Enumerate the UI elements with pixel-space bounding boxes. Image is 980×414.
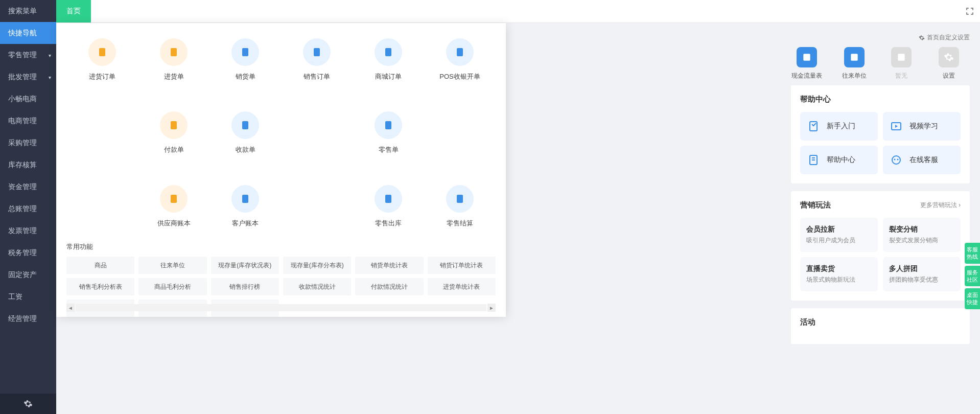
help-label: 新手入门 [827,122,855,131]
sidebar-item[interactable]: 资金管理 [0,176,56,198]
sidebar-item[interactable]: 搜索菜单 [0,0,56,22]
float-side-button[interactable]: 服务社区 [965,266,980,287]
svg-rect-19 [385,121,391,129]
help-icon [806,153,821,167]
sidebar-item[interactable]: 固定资产 [0,264,56,286]
shortcut-icon [797,47,817,67]
promo-card[interactable]: 裂变分销裂变式发展分销商 [883,218,961,252]
flow-node[interactable]: 进货订单 [66,38,138,94]
flow-node-label: 进货单 [138,72,209,81]
sidebar-item[interactable]: 工资 [0,286,56,308]
float-side-button[interactable]: 客服热线 [965,243,980,264]
common-function-button[interactable]: 收款情况统计 [283,278,351,295]
scroll-left-icon[interactable]: ◄ [66,304,75,312]
svg-rect-16 [457,48,463,56]
promo-subtitle: 场景式购物新玩法 [806,275,872,284]
sidebar-item[interactable]: 采购管理 [0,132,56,154]
quick-nav-flyout: 进货订单进货单销货单销售订单商城订单POS收银开单付款单收款单零售单供应商账本客… [56,23,506,317]
quick-shortcut[interactable]: 往来单位 [838,47,871,80]
help-icon [889,119,903,133]
help-label: 在线客服 [909,155,938,165]
sidebar-item[interactable]: 库存核算 [0,154,56,176]
flow-node-icon [231,38,259,66]
flow-node[interactable]: 商城订单 [353,38,424,94]
sidebar-item[interactable]: 总账管理 [0,198,56,220]
common-function-button[interactable]: 现存量(库存状况表) [211,257,279,274]
gear-icon [919,35,925,41]
flow-node[interactable]: 收款单 [209,111,281,167]
help-card[interactable]: 帮助中心 [800,146,878,174]
svg-rect-0 [804,54,810,60]
scroll-track[interactable] [76,304,486,311]
flow-node-label: 收款单 [209,145,281,154]
flow-node[interactable]: 零售单 [353,111,424,167]
common-function-button[interactable]: 付款情况统计 [355,278,423,295]
flow-node-label: 付款单 [138,145,209,154]
quick-shortcut[interactable]: 现金流量表 [791,47,823,80]
promo-card[interactable]: 会员拉新吸引用户成为会员 [800,218,878,252]
sidebar-item[interactable]: 快捷导航 [0,22,56,44]
tab-home[interactable]: 首页 [56,0,91,22]
sidebar-item[interactable]: 电商管理 [0,110,56,132]
promo-title: 裂变分销 [889,225,954,234]
flow-node[interactable]: 付款单 [138,111,209,167]
promo-panel-title: 营销玩法 [800,200,831,210]
flow-node-icon [446,38,474,66]
fullscreen-button[interactable] [960,0,980,22]
help-card[interactable]: 在线客服 [883,146,961,174]
shortcut-label: 往来单位 [838,72,871,80]
activity-panel-title: 活动 [800,317,961,327]
flow-node-icon [375,185,402,213]
float-side-button[interactable]: 桌面快捷 [965,288,980,309]
help-card[interactable]: 新手入门 [800,112,878,141]
flow-node[interactable]: 零售结算 [424,185,496,240]
common-function-button[interactable]: 现存量(库存分布表) [283,257,351,274]
flow-node-label: 零售结算 [424,219,496,228]
flow-node-icon [88,38,116,66]
sidebar-item[interactable]: 税务管理 [0,242,56,264]
sidebar-item[interactable]: 经营管理 [0,308,56,330]
flow-node[interactable]: 销货单 [209,38,281,94]
sidebar-settings[interactable] [0,394,56,414]
help-card[interactable]: 视频学习 [883,112,961,141]
common-function-button[interactable]: 销售排行榜 [211,278,279,295]
sidebar-item[interactable]: 零售管理▾ [0,44,56,66]
svg-point-9 [894,159,896,160]
flow-node[interactable]: 零售出库 [353,185,424,240]
common-function-button[interactable]: 商品毛利分析 [138,278,206,295]
common-function-button[interactable]: 销货订单统计表 [428,257,496,274]
flow-node[interactable]: 供应商账本 [138,185,209,240]
flow-node-label: 零售出库 [353,219,424,228]
quick-shortcut[interactable]: 暂无 [885,47,918,80]
help-icon [889,153,903,167]
flyout-scrollbar[interactable]: ◄ ► [66,304,496,312]
common-function-button[interactable]: 进货单统计表 [428,278,496,295]
flow-node[interactable]: 客户账本 [209,185,281,240]
promo-more-link[interactable]: 更多营销玩法 › [920,201,961,210]
common-function-button[interactable]: 销货单统计表 [355,257,423,274]
common-function-button[interactable]: 往来单位 [138,257,206,274]
svg-rect-15 [385,48,391,56]
flow-node-label: 商城订单 [353,72,424,81]
quick-shortcut[interactable]: 设置 [933,47,965,80]
sidebar-item[interactable]: 批发管理▾ [0,66,56,88]
flow-node[interactable]: 销售订单 [281,38,353,94]
promo-card[interactable]: 多人拼团拼团购物享受优惠 [883,257,961,291]
sidebar-item[interactable]: 小畅电商 [0,88,56,110]
common-function-button[interactable]: 销售毛利分析表 [66,278,134,295]
promo-title: 会员拉新 [806,225,872,234]
flow-node[interactable]: 进货单 [138,38,209,94]
svg-rect-2 [898,54,905,60]
shortcut-icon [844,47,865,67]
common-function-button[interactable]: 商品 [66,257,134,274]
sidebar-item[interactable]: 发票管理 [0,220,56,242]
scroll-right-icon[interactable]: ► [487,304,496,312]
svg-point-10 [897,159,899,160]
flow-node[interactable]: POS收银开单 [424,38,496,94]
shortcut-label: 现金流量表 [791,72,823,80]
flow-node-icon [446,185,474,213]
fullscreen-icon [965,7,974,16]
flow-node-label: 销货单 [209,72,281,81]
home-custom-settings[interactable]: 首页自定义设置 [791,33,970,42]
promo-card[interactable]: 直播卖货场景式购物新玩法 [800,257,878,291]
